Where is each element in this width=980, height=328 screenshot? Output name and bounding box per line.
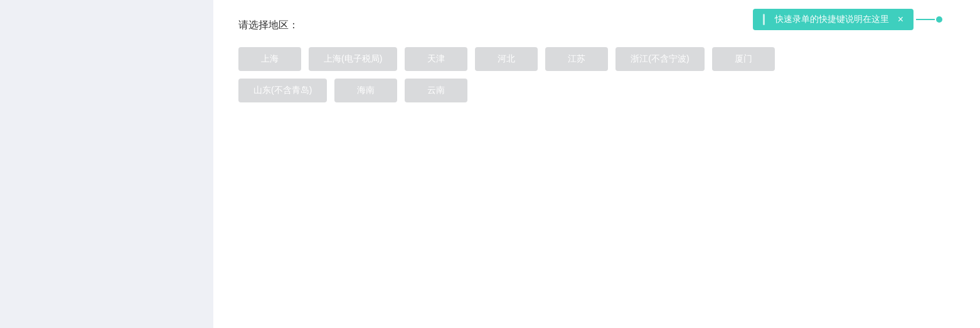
region-btn-hainan[interactable]: 海南 [334,79,397,102]
region-btn-shandong[interactable]: 山东(不含青岛) [238,79,327,102]
tooltip-bar: 快速录单的快捷键说明在这里 × [753,9,942,30]
region-btn-tianjin[interactable]: 天津 [405,47,467,71]
tooltip-dot [936,16,942,23]
region-btn-jiangsu[interactable]: 江苏 [545,47,608,71]
region-btn-hebei[interactable]: 河北 [475,47,538,71]
main-content: 请选择地区： 上海上海(电子税局)天津河北江苏浙江(不含宁波)厦门 山东(不含青… [213,0,980,328]
tooltip-connector [916,16,942,23]
tooltip-text: 快速录单的快捷键说明在这里 [775,14,889,25]
tooltip-bubble: 快速录单的快捷键说明在这里 × [753,9,913,30]
left-sidebar [0,0,213,328]
tooltip-close-button[interactable]: × [898,14,903,25]
region-btn-shanghai-etax[interactable]: 上海(电子税局) [309,47,397,71]
region-row-1: 上海上海(电子税局)天津河北江苏浙江(不含宁波)厦门 [238,47,955,71]
region-btn-yunnan[interactable]: 云南 [405,79,467,102]
region-btn-shanghai[interactable]: 上海 [238,47,301,71]
region-btn-xiamen[interactable]: 厦门 [712,47,775,71]
region-row-2: 山东(不含青岛)海南云南 [238,79,955,102]
tooltip-line [916,19,935,20]
region-btn-zhejiang[interactable]: 浙江(不含宁波) [615,47,704,71]
tooltip-left-bar [763,14,765,25]
